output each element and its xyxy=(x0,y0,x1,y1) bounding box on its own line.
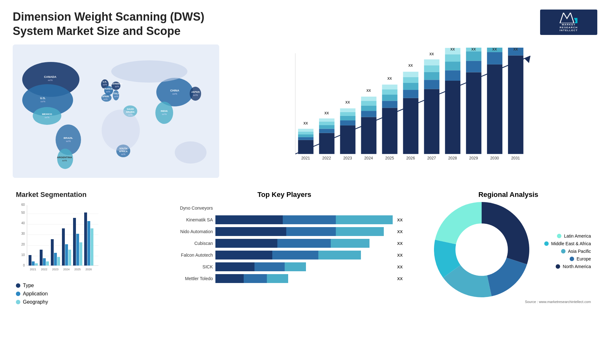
svg-rect-57 xyxy=(298,140,313,154)
legend-dot-geography xyxy=(16,300,20,304)
regional-layout: Latin America Middle East & Africa Asia … xyxy=(426,202,591,297)
svg-text:ITALY: ITALY xyxy=(113,92,119,95)
logo-text-2: RESEARCH xyxy=(559,26,578,29)
legend-label-europe: Europe xyxy=(577,256,591,261)
svg-rect-65 xyxy=(319,125,334,129)
svg-text:40: 40 xyxy=(21,221,25,225)
svg-rect-63 xyxy=(319,133,334,154)
svg-rect-93 xyxy=(424,89,439,154)
legend-item-latin: Latin America xyxy=(557,233,591,239)
player-val-falcon: XX xyxy=(397,253,407,258)
svg-rect-60 xyxy=(298,131,313,134)
svg-rect-149 xyxy=(32,261,35,266)
player-row-mettler: Mettler Toledo XX xyxy=(162,274,407,283)
svg-text:AFRICA: AFRICA xyxy=(119,150,127,152)
logo-text-1: MARKET xyxy=(559,23,578,26)
legend-item-application: Application xyxy=(16,291,146,297)
svg-rect-69 xyxy=(340,125,355,154)
svg-text:2022: 2022 xyxy=(322,156,331,160)
player-bar-nido xyxy=(215,227,393,236)
svg-text:GERMANY: GERMANY xyxy=(111,83,123,85)
svg-rect-61 xyxy=(298,129,313,131)
svg-text:xx%: xx% xyxy=(62,159,67,162)
svg-text:2025: 2025 xyxy=(74,268,81,271)
player-bar-dyno xyxy=(215,204,393,212)
legend-dot-europe xyxy=(570,257,574,261)
svg-rect-97 xyxy=(424,59,439,65)
svg-text:SAUDI: SAUDI xyxy=(127,108,134,110)
legend-label-apac: Asia Pacific xyxy=(568,249,591,254)
player-val-mettler: XX xyxy=(397,276,407,281)
player-name-kinematik: Kinematik SA xyxy=(162,217,213,222)
svg-text:2026: 2026 xyxy=(406,156,415,160)
svg-rect-160 xyxy=(73,218,76,266)
svg-rect-90 xyxy=(403,77,418,83)
legend-dot-type xyxy=(16,283,20,288)
bar-seg1-cubiscan xyxy=(215,239,277,248)
svg-rect-150 xyxy=(35,263,38,266)
svg-rect-165 xyxy=(91,228,93,266)
svg-rect-164 xyxy=(87,221,90,266)
svg-rect-79 xyxy=(361,97,376,101)
svg-rect-104 xyxy=(466,72,481,154)
svg-rect-94 xyxy=(424,80,439,89)
svg-text:SPAIN: SPAIN xyxy=(102,95,109,98)
svg-rect-158 xyxy=(65,244,68,266)
legend-item-europe: Europe xyxy=(570,256,591,261)
player-name-dyno: Dyno Conveyors xyxy=(162,206,213,211)
legend-item-northam: North America xyxy=(556,264,591,269)
svg-rect-114 xyxy=(508,56,523,154)
bar-seg2-cubiscan xyxy=(277,239,330,248)
bar-chart-section: XX XX XX xyxy=(226,44,597,178)
legend-item-mea: Middle East & Africa xyxy=(544,241,591,246)
svg-text:xx%: xx% xyxy=(44,116,49,119)
svg-rect-77 xyxy=(361,105,376,111)
bottom-grid: Market Segmentation 0 10 20 30 40 50 60 xyxy=(13,187,597,308)
bar-seg3-cubiscan xyxy=(331,239,370,248)
svg-text:2024: 2024 xyxy=(364,156,373,160)
svg-text:ARABIA: ARABIA xyxy=(126,111,134,113)
player-bar-kinematik xyxy=(215,215,393,224)
svg-text:XX: XX xyxy=(303,121,308,125)
player-name-mettler: Mettler Toledo xyxy=(162,276,213,281)
players-section: Top Key Players Dyno Conveyors Kinematik… xyxy=(156,187,413,308)
svg-rect-96 xyxy=(424,65,439,72)
bar-chart: XX XX XX xyxy=(232,48,591,165)
svg-point-172 xyxy=(456,224,508,276)
legend-dot-latin xyxy=(557,234,561,238)
svg-rect-88 xyxy=(403,90,418,98)
svg-text:XX: XX xyxy=(492,48,497,51)
bar-seg3-nido xyxy=(336,227,384,236)
svg-rect-70 xyxy=(340,120,355,125)
svg-rect-109 xyxy=(487,64,502,154)
segmentation-title: Market Segmentation xyxy=(16,191,146,199)
player-val-sick: XX xyxy=(397,265,407,269)
legend-label-northam: North America xyxy=(563,264,591,269)
svg-rect-58 xyxy=(298,137,313,140)
svg-text:XX: XX xyxy=(471,48,476,51)
legend-dot-application xyxy=(16,292,20,296)
player-val-cubiscan: XX xyxy=(397,241,407,246)
svg-text:xx%: xx% xyxy=(162,113,166,116)
page-title: Dimension Weight Scanning (DWS) System M… xyxy=(13,10,235,38)
svg-text:2025: 2025 xyxy=(385,156,394,160)
svg-text:U.K.: U.K. xyxy=(103,81,107,83)
svg-text:CANADA: CANADA xyxy=(44,75,57,78)
svg-rect-156 xyxy=(57,257,60,266)
svg-text:2021: 2021 xyxy=(30,268,36,271)
svg-rect-157 xyxy=(62,228,65,266)
svg-rect-91 xyxy=(403,72,418,77)
map-section: CANADA xx% U.S. xx% MEXICO xx% BRAZIL xx… xyxy=(13,44,219,178)
svg-rect-71 xyxy=(340,116,355,120)
svg-text:xx%: xx% xyxy=(48,79,52,82)
svg-text:xx%: xx% xyxy=(128,114,132,116)
svg-text:20: 20 xyxy=(21,243,25,246)
svg-rect-154 xyxy=(51,239,54,266)
svg-text:xx%: xx% xyxy=(172,92,177,95)
svg-text:xx%: xx% xyxy=(40,100,45,103)
svg-text:30: 30 xyxy=(21,232,25,235)
legend-dot-apac xyxy=(561,249,566,253)
svg-text:xx%: xx% xyxy=(103,98,107,100)
player-name-falcon: Falcon Autotech xyxy=(162,253,213,258)
bar-seg3-falcon xyxy=(318,251,361,260)
